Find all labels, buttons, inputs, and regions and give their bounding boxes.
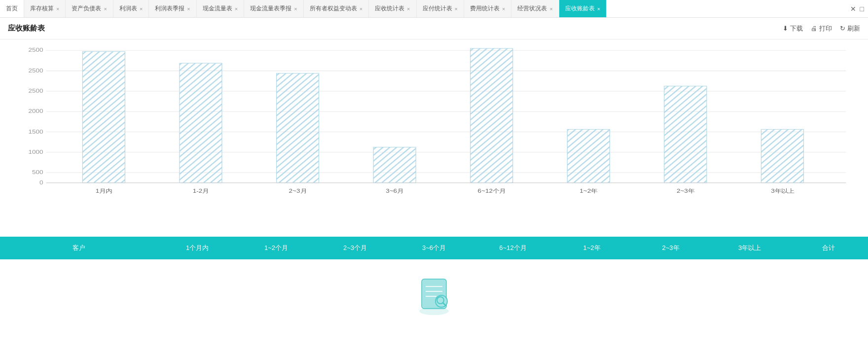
tab-label-7: 所有者权益变动表 <box>310 4 357 13</box>
tab-9[interactable]: 应付统计表× <box>417 0 464 18</box>
print-button[interactable]: 🖨 打印 <box>811 24 832 33</box>
table-col-5: 6~12个月 <box>473 237 552 259</box>
refresh-icon: ↻ <box>840 25 845 32</box>
window-actions: ✕ □ <box>850 5 868 13</box>
empty-illustration <box>409 269 459 319</box>
tab-label-4: 利润表季报 <box>155 4 184 13</box>
maximize-icon[interactable]: □ <box>860 5 864 13</box>
svg-text:1000: 1000 <box>29 149 43 155</box>
tab-label-2: 资产负债表 <box>72 4 101 13</box>
svg-rect-21 <box>470 48 513 183</box>
download-button[interactable]: ⬇ 下载 <box>783 24 803 33</box>
tab-label-0: 首页 <box>6 4 18 13</box>
table-col-2: 1~2个月 <box>237 237 316 259</box>
tab-close-6[interactable]: × <box>294 6 297 12</box>
svg-rect-23 <box>664 86 707 183</box>
tab-close-3[interactable]: × <box>140 6 143 12</box>
tab-close-1[interactable]: × <box>56 6 59 12</box>
print-icon: 🖨 <box>811 25 817 32</box>
tab-5[interactable]: 现金流量表× <box>197 0 244 18</box>
tab-label-11: 经营状况表 <box>517 4 547 13</box>
tab-close-8[interactable]: × <box>407 6 410 12</box>
tab-close-2[interactable]: × <box>104 6 107 12</box>
table-header: 客户1个月内1~2个月2~3个月3~6个月6~12个月1~2年2~3年3年以上合… <box>0 237 868 259</box>
tab-close-9[interactable]: × <box>455 6 458 12</box>
tab-close-5[interactable]: × <box>235 6 238 12</box>
tab-11[interactable]: 经营状况表× <box>511 0 559 18</box>
page-header: 应收账龄表 ⬇ 下载 🖨 打印 ↻ 刷新 <box>0 18 868 39</box>
tab-bar: 首页库存核算×资产负债表×利润表×利润表季报×现金流量表×现金流量表季报×所有者… <box>0 0 868 18</box>
tab-label-3: 利润表 <box>119 4 137 13</box>
tab-3[interactable]: 利润表× <box>113 0 149 18</box>
page-title: 应收账龄表 <box>8 24 45 33</box>
tab-6[interactable]: 现金流量表季报× <box>244 0 303 18</box>
table-col-9: 合计 <box>789 237 868 259</box>
main-content: 2500 2500 2500 2000 1500 1000 500 0 <box>0 39 868 355</box>
tab-close-4[interactable]: × <box>187 6 190 12</box>
svg-text:1-2月: 1-2月 <box>193 188 209 194</box>
tab-4[interactable]: 利润表季报× <box>149 0 196 18</box>
tab-label-9: 应付统计表 <box>423 4 452 13</box>
tab-label-12: 应收账龄表 <box>565 4 595 13</box>
table-col-4: 3~6个月 <box>395 237 473 259</box>
svg-text:0: 0 <box>39 179 43 186</box>
table-col-8: 3年以上 <box>710 237 789 259</box>
download-icon: ⬇ <box>783 25 788 32</box>
svg-text:3~6月: 3~6月 <box>386 188 403 194</box>
svg-rect-20 <box>373 147 416 182</box>
tab-8[interactable]: 应收统计表× <box>369 0 416 18</box>
page-actions: ⬇ 下载 🖨 打印 ↻ 刷新 <box>783 24 860 33</box>
tab-7[interactable]: 所有者权益变动表× <box>304 0 369 18</box>
svg-rect-22 <box>567 129 610 182</box>
svg-text:2500: 2500 <box>29 88 43 94</box>
svg-text:500: 500 <box>32 169 43 176</box>
tab-label-5: 现金流量表 <box>203 4 232 13</box>
svg-text:2000: 2000 <box>29 108 43 114</box>
bar-chart: 2500 2500 2500 2000 1500 1000 500 0 <box>10 45 858 203</box>
svg-rect-18 <box>180 63 222 183</box>
close-icon[interactable]: ✕ <box>850 5 856 13</box>
chart-area: 2500 2500 2500 2000 1500 1000 500 0 <box>0 39 868 237</box>
svg-text:1月内: 1月内 <box>96 188 112 194</box>
tab-label-8: 应收统计表 <box>375 4 404 13</box>
tab-12[interactable]: 应收账龄表× <box>559 0 607 18</box>
svg-rect-24 <box>761 129 803 182</box>
table-col-3: 2~3个月 <box>316 237 395 259</box>
svg-text:2~3月: 2~3月 <box>289 188 307 194</box>
tab-label-10: 费用统计表 <box>470 4 500 13</box>
svg-rect-17 <box>82 51 125 182</box>
svg-text:1500: 1500 <box>29 129 43 135</box>
svg-text:2~3年: 2~3年 <box>677 188 694 194</box>
tab-10[interactable]: 费用统计表× <box>464 0 511 18</box>
svg-text:6~12个月: 6~12个月 <box>478 188 506 194</box>
tab-close-7[interactable]: × <box>360 6 362 12</box>
refresh-button[interactable]: ↻ 刷新 <box>840 24 860 33</box>
svg-text:3年以上: 3年以上 <box>771 188 794 194</box>
svg-text:2500: 2500 <box>29 47 43 53</box>
tab-close-11[interactable]: × <box>549 6 552 12</box>
svg-rect-19 <box>277 73 319 183</box>
table-col-6: 1~2年 <box>552 237 631 259</box>
tab-1[interactable]: 库存核算× <box>24 0 66 18</box>
svg-text:2500: 2500 <box>29 68 43 74</box>
tab-label-6: 现金流量表季报 <box>250 4 291 13</box>
table-col-7: 2~3年 <box>631 237 710 259</box>
empty-state <box>0 259 868 333</box>
svg-text:1~2年: 1~2年 <box>579 188 597 194</box>
tab-close-10[interactable]: × <box>502 6 505 12</box>
tab-0[interactable]: 首页 <box>0 0 24 18</box>
tab-2[interactable]: 资产负债表× <box>66 0 113 18</box>
tab-label-1: 库存核算 <box>30 4 54 13</box>
table-col-0: 客户 <box>0 237 158 259</box>
table-col-1: 1个月内 <box>158 237 237 259</box>
tab-close-12[interactable]: × <box>597 6 600 12</box>
